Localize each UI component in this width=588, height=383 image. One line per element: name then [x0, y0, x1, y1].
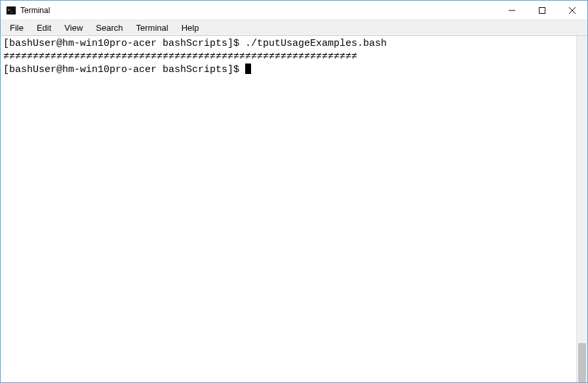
svg-text:>_: >_	[8, 7, 13, 12]
menu-search[interactable]: Search	[89, 21, 129, 35]
terminal-app-icon: >_	[6, 5, 16, 16]
window-controls	[497, 1, 587, 20]
prompt-text: [bashUser@hm-win10pro-acer bashScripts]$	[3, 38, 245, 49]
terminal-line: ≠≠≠≠≠≠≠≠≠≠≠≠≠≠≠≠≠≠≠≠≠≠≠≠≠≠≠≠≠≠≠≠≠≠≠≠≠≠≠≠…	[3, 50, 574, 64]
terminal-area: [bashUser@hm-win10pro-acer bashScripts]$…	[1, 36, 587, 382]
titlebar: >_ Terminal	[1, 1, 587, 20]
prompt-text: [bashUser@hm-win10pro-acer bashScripts]$	[3, 64, 245, 75]
terminal-line: [bashUser@hm-win10pro-acer bashScripts]$…	[3, 37, 574, 50]
menubar: File Edit View Search Terminal Help	[1, 20, 587, 36]
command-text: ./tputUsageExamples.bash	[245, 38, 387, 49]
output-text: ≠≠≠≠≠≠≠≠≠≠≠≠≠≠≠≠≠≠≠≠≠≠≠≠≠≠≠≠≠≠≠≠≠≠≠≠≠≠≠≠…	[3, 51, 357, 62]
svg-rect-4	[539, 7, 545, 13]
menu-help[interactable]: Help	[175, 21, 206, 35]
window-title: Terminal	[20, 6, 497, 15]
menu-view[interactable]: View	[58, 21, 89, 35]
close-button[interactable]	[557, 1, 587, 20]
scrollbar-thumb[interactable]	[578, 343, 586, 382]
cursor-icon	[245, 64, 251, 74]
vertical-scrollbar[interactable]	[576, 36, 587, 382]
minimize-button[interactable]	[497, 1, 527, 20]
menu-edit[interactable]: Edit	[30, 21, 58, 35]
maximize-button[interactable]	[527, 1, 557, 20]
menu-terminal[interactable]: Terminal	[130, 21, 175, 35]
terminal-content[interactable]: [bashUser@hm-win10pro-acer bashScripts]$…	[1, 36, 576, 382]
terminal-window: >_ Terminal File Edit View Search Termin…	[0, 0, 588, 383]
terminal-line: [bashUser@hm-win10pro-acer bashScripts]$	[3, 64, 574, 77]
menu-file[interactable]: File	[3, 21, 30, 35]
